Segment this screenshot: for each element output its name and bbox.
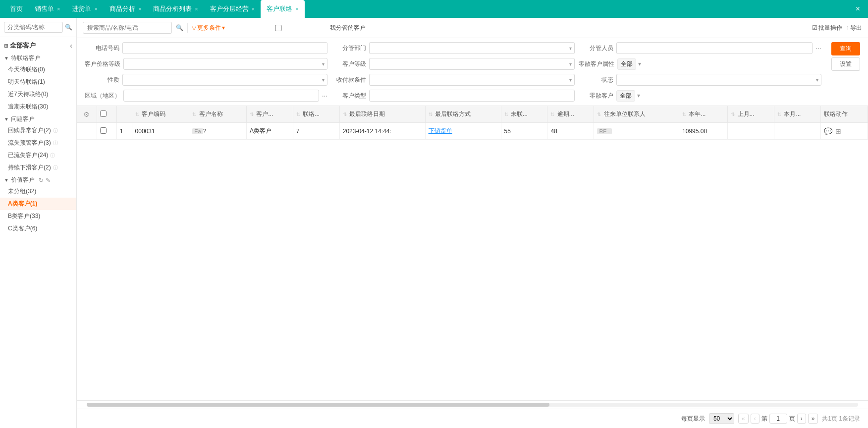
filter-region-input[interactable] xyxy=(123,90,319,102)
filter-person-input[interactable] xyxy=(616,42,813,54)
row-no-contact-cell: 55 xyxy=(501,123,547,140)
nav-home[interactable]: 首页 xyxy=(4,0,29,18)
filter-customer-grade: 客户等级 ▾ xyxy=(331,58,574,70)
filter-payment-select[interactable] xyxy=(369,74,574,86)
value-arrow: ▼ xyxy=(4,177,9,183)
sidebar-group-value[interactable]: ▼ 价值客户 ↻ ✎ xyxy=(0,174,76,185)
first-page-btn[interactable]: « xyxy=(738,414,749,424)
sidebar-group-pending[interactable]: ▼ 待联络客户 xyxy=(0,52,76,63)
row-this-month-cell xyxy=(774,123,821,140)
filter-customer-grade-select-wrapper: ▾ xyxy=(369,58,574,70)
prev-page-btn[interactable]: ‹ xyxy=(751,414,760,424)
settings-button[interactable]: 设置 xyxy=(831,57,860,71)
col-index xyxy=(116,106,132,123)
next-page-btn[interactable]: › xyxy=(797,414,806,424)
close-customer-segment-tab[interactable]: × xyxy=(252,0,255,18)
row-action-message-icon[interactable]: 💬 xyxy=(824,127,832,135)
col-overdue[interactable]: ⇅ 逾期... xyxy=(547,106,594,123)
filter-dept-select[interactable] xyxy=(369,42,574,54)
nav-tab-purchase[interactable]: 进货单 × xyxy=(66,0,103,18)
sidebar-item-week[interactable]: 近7天待联络(0) xyxy=(0,88,76,101)
filter-search-icon[interactable]: 🔍 xyxy=(176,24,183,31)
filter-status-select[interactable] xyxy=(616,74,821,86)
sidebar-item-unclassified[interactable]: 未分组(32) xyxy=(0,185,76,198)
sidebar-item-tomorrow[interactable]: 明天待联络(1) xyxy=(0,76,76,88)
value-edit-icon[interactable]: ✎ xyxy=(46,177,51,184)
col-this-month[interactable]: ⇅ 本月... xyxy=(774,106,821,123)
sidebar-search-icon[interactable]: 🔍 xyxy=(65,24,72,31)
sidebar-item-b-class[interactable]: B类客户(33) xyxy=(0,210,76,222)
col-last-month[interactable]: ⇅ 上月... xyxy=(728,106,774,123)
filter-scatter-attr-value-wrapper: 全部 ▾ xyxy=(617,58,821,70)
close-product-analysis-tab[interactable]: × xyxy=(138,0,141,18)
close-product-analysis-list-tab[interactable]: × xyxy=(195,0,198,18)
col-last-way-sort-icon: ⇅ xyxy=(429,111,433,117)
col-type[interactable]: ⇅ 客户... xyxy=(246,106,293,123)
nav-tab-customer-segment[interactable]: 客户分层经营 × xyxy=(204,0,261,18)
more-filter-btn[interactable]: ▽ 更多条件 ▾ xyxy=(192,24,225,32)
table-gear-btn[interactable]: ⚙ xyxy=(83,110,90,118)
sidebar-item-churned[interactable]: 已流失客户(24) ⓘ xyxy=(0,149,76,161)
filter-person-dots[interactable]: ··· xyxy=(815,44,821,52)
my-customer-checkbox[interactable] xyxy=(229,25,328,31)
nav-tab-customer-contact[interactable]: 客户联络 × xyxy=(261,0,304,18)
filter-price-grade-select[interactable] xyxy=(123,58,327,70)
per-page-select[interactable]: 50 100 200 xyxy=(709,413,734,424)
row-actions-cell: 💬 ⊞ xyxy=(820,123,868,140)
my-customer-checkbox-label[interactable]: 我分管的客户 xyxy=(229,24,366,32)
sidebar-item-repurchase-abnormal[interactable]: 回购异常客户(2) ⓘ xyxy=(0,124,76,137)
row-action-qr-icon[interactable]: ⊞ xyxy=(835,127,841,135)
page-number-input[interactable] xyxy=(769,414,787,424)
info-icon-declining: ⓘ xyxy=(53,164,58,171)
row-checkbox[interactable] xyxy=(100,127,107,134)
col-last-contact-way[interactable]: ⇅ 最后联络方式 xyxy=(425,106,501,123)
col-company-contact[interactable]: ⇅ 往来单位联系人 xyxy=(594,106,679,123)
col-contact[interactable]: ⇅ 联络... xyxy=(293,106,339,123)
sidebar-item-declining[interactable]: 持续下滑客户(2) ⓘ xyxy=(0,161,76,174)
col-code[interactable]: ⇅ 客户编码 xyxy=(132,106,189,123)
filter-customer-type-input[interactable] xyxy=(369,90,574,102)
col-no-contact[interactable]: ⇅ 未联... xyxy=(501,106,547,123)
export-btn[interactable]: ↑ 导出 xyxy=(846,24,862,32)
collapse-sidebar-btn[interactable]: ‹ xyxy=(70,42,72,50)
filter-nature-select[interactable] xyxy=(122,74,327,86)
last-page-btn[interactable]: » xyxy=(808,414,818,424)
total-info: 共1页 1条记录 xyxy=(822,415,860,423)
filter-payment: 收付款条件 ▾ xyxy=(331,74,574,86)
sidebar: 🔍 ⊞ 全部客户 ‹ ▼ 待联络客户 今天待联络(0) 明天待联络(1) 近7天… xyxy=(0,18,77,428)
export-icon: ↑ xyxy=(846,24,849,31)
filter-phone-input[interactable] xyxy=(122,42,327,54)
query-button[interactable]: 查询 xyxy=(831,42,860,55)
sidebar-item-c-class[interactable]: C类客户(6) xyxy=(0,222,76,235)
col-last-contact-date[interactable]: ⇅ 最后联络日期 xyxy=(339,106,425,123)
filter-scatter-attr-value: 全部 xyxy=(617,58,636,70)
filter-region-dots[interactable]: ··· xyxy=(322,92,328,100)
sidebar-item-churn-warning[interactable]: 流失预警客户(3) ⓘ xyxy=(0,137,76,149)
filter-search-input[interactable] xyxy=(83,22,172,34)
nav-tab-product-analysis[interactable]: 商品分析 × xyxy=(104,0,147,18)
close-all-tabs[interactable]: × xyxy=(852,4,864,13)
close-customer-contact-tab[interactable]: × xyxy=(295,0,298,18)
sidebar-item-today[interactable]: 今天待联络(0) xyxy=(0,63,76,76)
table-row: 1 000031 Ea? A类客户 7 2023-04-12 14:44: 下销… xyxy=(77,123,868,140)
sidebar-item-overdue[interactable]: 逾期未联络(30) xyxy=(0,101,76,113)
col-name[interactable]: ⇅ 客户名称 xyxy=(189,106,247,123)
page-nav: « ‹ 第 页 › » xyxy=(738,414,818,424)
close-purchase-tab[interactable]: × xyxy=(94,0,97,18)
filter-customer-grade-select[interactable] xyxy=(369,58,574,70)
close-sales-tab[interactable]: × xyxy=(57,0,60,18)
scrollbar-thumb[interactable] xyxy=(87,403,549,407)
sidebar-search-input[interactable] xyxy=(4,22,63,33)
row-last-contact-way-cell[interactable]: 下销货单 xyxy=(425,123,501,140)
nav-tab-sales[interactable]: 销售单 × xyxy=(29,0,66,18)
col-type-sort-icon: ⇅ xyxy=(250,111,254,117)
select-all-checkbox[interactable] xyxy=(100,110,107,117)
row-company-redacted: RE . xyxy=(597,128,611,134)
batch-op-btn[interactable]: ☑ 批量操作 xyxy=(812,24,842,32)
sidebar-item-a-class[interactable]: A类客户(1) xyxy=(0,198,76,210)
value-refresh-icon[interactable]: ↻ xyxy=(39,177,44,184)
col-this-year[interactable]: ⇅ 本年... xyxy=(679,106,728,123)
col-code-sort-icon: ⇅ xyxy=(135,111,139,117)
nav-tab-product-analysis-list[interactable]: 商品分析列表 × xyxy=(147,0,204,18)
sidebar-group-problem[interactable]: ▼ 问题客户 xyxy=(0,113,76,124)
